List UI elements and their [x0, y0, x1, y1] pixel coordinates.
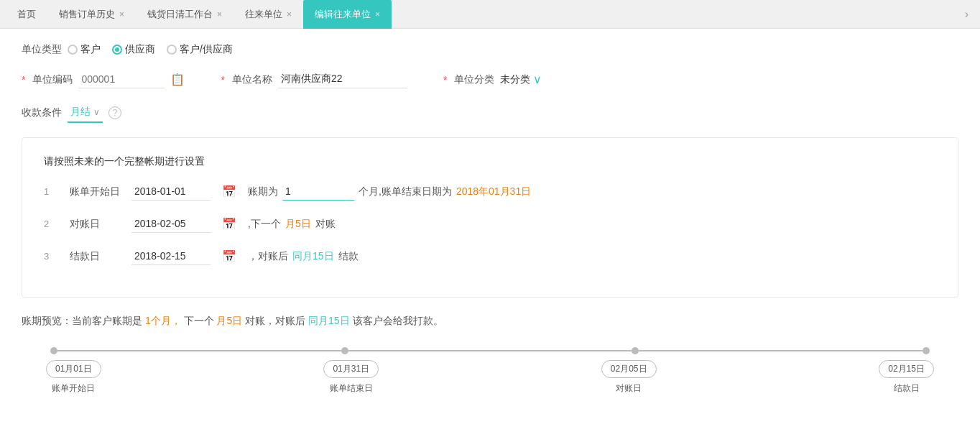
timeline-line-1	[57, 350, 341, 351]
timeline-type-2: 对账日	[616, 382, 642, 395]
help-icon[interactable]: ?	[108, 106, 121, 119]
main-content: 单位类型 客户 供应商 客户/供应商 * 单位编码	[0, 29, 980, 437]
preview-highlight2: 月5日	[216, 315, 242, 326]
timeline-type-1: 账单结束日	[330, 382, 373, 395]
tab-sales-order-history[interactable]: 销售订单历史 ×	[47, 0, 136, 29]
tab-cash-reconciliation[interactable]: 钱货日清工作台 ×	[136, 0, 234, 29]
timeline-line-row	[29, 347, 951, 354]
timeline-line-2	[348, 350, 632, 351]
unit-category-label: 单位分类	[454, 73, 494, 86]
timeline-dot-0	[50, 347, 57, 354]
unit-type-group: 单位类型 客户 供应商 客户/供应商	[22, 43, 233, 56]
config-title: 请按照未来的一个完整帐期进行设置	[44, 155, 936, 168]
config-row-1-period-unit: 个月,账单结束日期为	[359, 185, 452, 198]
radio-group: 客户 供应商 客户/供应商	[68, 43, 233, 56]
timeline-badge-1: 01月31日	[323, 360, 379, 378]
config-row-3-suffix-highlight: 同月15日	[292, 250, 334, 263]
unit-category-required: *	[443, 74, 447, 86]
tab-edit-counterparty[interactable]: 编辑往来单位 ×	[303, 0, 392, 29]
unit-name-input[interactable]	[278, 70, 407, 88]
tab-cash-reconciliation-label: 钱货日清工作台	[147, 8, 213, 21]
tab-arrow[interactable]: ›	[959, 8, 974, 21]
config-row-1-end-date: 2018年01月31日	[456, 185, 531, 198]
config-row-2: 2 对账日 📅 ,下一个 月5日 对账	[44, 215, 936, 233]
timeline-dot-2	[632, 347, 639, 354]
unit-name-group: * 单位名称	[221, 70, 407, 88]
timeline-label-0: 01月01日 账单开始日	[46, 360, 101, 395]
timeline-badge-3: 02月15日	[879, 360, 934, 378]
timeline-line-3	[639, 350, 923, 351]
payment-condition-label: 收款条件	[22, 106, 62, 119]
timeline-label-1: 01月31日 账单结束日	[323, 360, 379, 395]
config-row-2-date-input[interactable]	[131, 215, 211, 233]
config-row-1-label: 账单开始日	[70, 185, 120, 198]
unit-category-value: 未分类	[500, 73, 530, 86]
unit-category-dropdown[interactable]: 未分类 ∨	[500, 73, 586, 86]
unit-category-group: * 单位分类 未分类 ∨	[443, 73, 586, 86]
config-row-3-calendar-icon[interactable]: 📅	[222, 249, 236, 263]
timeline-type-3: 结款日	[894, 382, 920, 395]
config-row-2-suffix-highlight: 月5日	[285, 218, 311, 231]
payment-dropdown-arrow-icon: ∨	[93, 107, 100, 117]
config-period-input[interactable]	[282, 183, 354, 201]
preview-text3: 对账，对账后	[245, 315, 305, 326]
radio-supplier-label: 供应商	[125, 43, 155, 56]
timeline-badge-0: 01月01日	[46, 360, 101, 378]
config-row-2-suffix: ,下一个 月5日 对账	[248, 218, 336, 231]
tab-sales-order-history-label: 销售订单历史	[59, 8, 115, 21]
unit-code-group: * 单位编码 📋	[22, 70, 185, 88]
tab-cash-reconciliation-close[interactable]: ×	[217, 9, 222, 19]
config-row-2-suffix-prefix: ,下一个	[248, 218, 281, 231]
unit-name-label: 单位名称	[232, 73, 272, 86]
config-row-1-suffix-text: 账期为	[248, 185, 278, 198]
tab-edit-counterparty-label: 编辑往来单位	[315, 8, 371, 21]
config-row-3-suffix-suffix: 结款	[338, 250, 359, 263]
unit-code-required: *	[22, 74, 25, 86]
payment-condition-row: 收款条件 月结 ∨ ?	[22, 103, 958, 123]
timeline-labels-row: 01月01日 账单开始日 01月31日 账单结束日 02月05日 对账日 02月…	[29, 354, 951, 395]
config-row-3-num: 3	[44, 251, 58, 262]
radio-supplier[interactable]: 供应商	[112, 43, 155, 56]
unit-type-row: 单位类型 客户 供应商 客户/供应商	[22, 43, 958, 56]
config-row-1-calendar-icon[interactable]: 📅	[222, 185, 236, 198]
timeline-dot-1	[341, 347, 348, 354]
unit-info-row: * 单位编码 📋 * 单位名称 * 单位分类 未分类 ∨	[22, 70, 958, 88]
tab-sales-order-history-close[interactable]: ×	[119, 9, 124, 19]
config-row-3-suffix: ，对账后 同月15日 结款	[248, 250, 359, 263]
config-row-1-date-input[interactable]	[131, 183, 211, 201]
preview-section: 账期预览：当前客户账期是 1个月， 下一个 月5日 对账，对账后 同月15日 该…	[22, 312, 958, 330]
unit-code-calendar-icon[interactable]: 📋	[170, 73, 185, 86]
radio-both[interactable]: 客户/供应商	[167, 43, 233, 56]
payment-condition-dropdown[interactable]: 月结 ∨	[68, 103, 103, 123]
payment-condition-value: 月结	[70, 106, 91, 119]
unit-code-label: 单位编码	[32, 73, 73, 86]
timeline-section: 01月01日 账单开始日 01月31日 账单结束日 02月05日 对账日 02月…	[22, 347, 958, 395]
tab-counterparty-label: 往来单位	[245, 8, 282, 21]
unit-name-required: *	[221, 74, 224, 86]
timeline-type-0: 账单开始日	[52, 382, 95, 395]
preview-highlight1: 1个月，	[145, 315, 181, 326]
radio-both-circle	[167, 45, 177, 55]
config-row-3-suffix-prefix: ，对账后	[248, 250, 288, 263]
tab-bar: 首页 销售订单历史 × 钱货日清工作台 × 往来单位 × 编辑往来单位 × ›	[0, 0, 980, 29]
config-row-3-date-input[interactable]	[131, 247, 211, 265]
unit-code-input[interactable]	[78, 70, 165, 88]
timeline-dot-3	[923, 347, 930, 354]
preview-highlight3: 同月15日	[308, 315, 350, 326]
timeline-label-2: 02月05日 对账日	[601, 360, 657, 395]
config-row-2-label: 对账日	[70, 218, 120, 231]
tab-counterparty-close[interactable]: ×	[287, 9, 292, 19]
tab-edit-counterparty-close[interactable]: ×	[375, 9, 380, 19]
config-row-2-num: 2	[44, 218, 58, 229]
tab-home[interactable]: 首页	[6, 0, 47, 29]
config-row-2-calendar-icon[interactable]: 📅	[222, 217, 236, 231]
unit-type-label: 单位类型	[22, 43, 62, 56]
config-row-1: 1 账单开始日 📅 账期为 个月,账单结束日期为 2018年01月31日	[44, 183, 936, 201]
radio-supplier-circle	[112, 45, 122, 55]
tab-home-label: 首页	[17, 8, 36, 21]
config-row-2-suffix-suffix: 对账	[315, 218, 336, 231]
config-row-1-num: 1	[44, 186, 58, 197]
config-box: 请按照未来的一个完整帐期进行设置 1 账单开始日 📅 账期为 个月,账单结束日期…	[22, 137, 958, 298]
tab-counterparty[interactable]: 往来单位 ×	[234, 0, 303, 29]
radio-customer[interactable]: 客户	[68, 43, 101, 56]
